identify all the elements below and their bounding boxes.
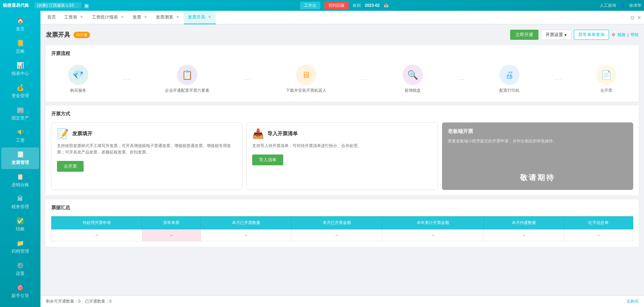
home-icon: 🏠 xyxy=(17,17,24,25)
sidebar-item-guide[interactable]: 🎯 新手引导 xyxy=(1,281,39,302)
sidebar-label-funds: 资金管理 xyxy=(11,93,29,99)
sidebar-item-member[interactable]: 👑 畅会员 xyxy=(1,303,39,307)
exception-query-button[interactable]: 异常单单查询 xyxy=(574,30,609,40)
workbench-button[interactable]: 工作台 xyxy=(300,2,320,9)
enterprise-open-icon: 📋 xyxy=(177,65,197,85)
boss-header-inner: 老板端开票 xyxy=(448,128,627,135)
sidebar-label-purchase: 进销台账 xyxy=(11,182,29,188)
config-printer-label: 配置打印机 xyxy=(499,88,520,93)
step-buy-service[interactable]: 💎 购买服务 xyxy=(68,65,88,93)
period-label: 账期 xyxy=(353,3,361,8)
process-section-title: 开票流程 xyxy=(51,51,633,57)
user-name[interactable]: 徐泽华 xyxy=(629,3,641,8)
settle-icon: ✅ xyxy=(17,217,24,225)
opened-label: 已开通数量：0 xyxy=(85,299,112,304)
method-import-title: 导入开票清单 xyxy=(267,131,298,137)
tab-salary-table[interactable]: 工资表 ✕ xyxy=(60,11,88,24)
sidebar-item-settings[interactable]: ⚙️ 设置 xyxy=(1,258,39,280)
sidebar-item-ledger[interactable]: 📒 总账 xyxy=(1,36,39,58)
app-logo: 畅捷通易代账 xyxy=(3,2,29,8)
summary-data-row: -- -- -- -- -- -- -- xyxy=(52,229,633,241)
col-pending: 待处理开票申请 xyxy=(52,217,142,229)
period-value: 2023-02 xyxy=(365,3,380,8)
goto-buy-link[interactable]: 去购买 xyxy=(626,299,639,304)
tab-bar: 首页 工资表 ✕ 工资统计报表 ✕ 发票 ✕ 发票测算 ✕ 发票开具 ✕ xyxy=(40,11,644,24)
customer-service-link[interactable]: 人工咨询 xyxy=(600,3,616,8)
sidebar-item-settle[interactable]: ✅ 结账 xyxy=(1,214,39,235)
sidebar-item-tax[interactable]: 🏛 税务管理 xyxy=(1,192,39,213)
user-avatar: 👤 xyxy=(620,3,625,8)
sidebar-item-salary[interactable]: 💵 工资 xyxy=(1,125,39,147)
sidebar-item-home[interactable]: 🏠 首页 xyxy=(1,14,39,35)
settings-icon: ⚙️ xyxy=(17,262,24,269)
col-exception: 异常单票 xyxy=(142,217,201,229)
tab-invoice-list[interactable]: 发票 ✕ xyxy=(128,11,152,24)
tax-icon: 🏛 xyxy=(17,195,23,202)
make-invoice-icon: 📄 xyxy=(596,65,616,85)
page-header-right: 立即开通 开票设置 ▾ 异常单单查询 ⚙ 视频 | 帮助 xyxy=(510,30,639,40)
boss-card-header: 老板端开票 查看老板端小程序提交的开票申请，并作出相应的审批操作。 xyxy=(448,128,627,144)
summary-header-row: 待处理开票申请 异常单票 本月已开票数量 本月已开票金额 本年累计开票金额 本月… xyxy=(52,217,633,229)
val-month-amount: -- xyxy=(291,229,382,241)
step-download-robot[interactable]: 🖥 下载并安装开票机器人 xyxy=(286,65,326,93)
pending-badge: 待开通 xyxy=(74,32,90,38)
method-section-title: 开票方式 xyxy=(51,111,633,117)
sidebar-item-assets[interactable]: 🏢 固定资产 xyxy=(1,103,39,124)
content-area: 首页 工资表 ✕ 工资统计报表 ✕ 发票 ✕ 发票测算 ✕ 发票开具 ✕ xyxy=(40,11,644,307)
step-enterprise-open[interactable]: 📋 企业开通配置开票六要素 xyxy=(165,65,209,93)
sidebar-label-tax: 税务管理 xyxy=(11,204,29,210)
add-taxbox-label: 新增税盘 xyxy=(405,88,421,93)
sidebar-label-settings: 设置 xyxy=(16,271,25,277)
col-void-count: 本月作废数量 xyxy=(484,217,564,229)
val-void-count: -- xyxy=(484,229,564,241)
tab-invoice-list-close[interactable]: ✕ xyxy=(143,15,148,20)
tab-invoice-tool-close[interactable]: ✕ xyxy=(207,15,212,20)
help-label[interactable]: 帮助 xyxy=(631,32,639,38)
invoice-icon: 🧾 xyxy=(17,151,24,158)
process-steps: 💎 购买服务 ⋯ 📋 企业开通配置开票六要素 ⋯ 🖥 xyxy=(51,62,633,96)
restore-window-icon[interactable]: ⊡ xyxy=(631,15,635,20)
sidebar-item-funds[interactable]: 💰 资金管理 xyxy=(1,81,39,102)
step-make-invoice[interactable]: 📄 去开票 xyxy=(596,65,616,93)
settings-help-icon: ⚙ xyxy=(612,32,615,37)
tab-invoice-calc[interactable]: 发票测算 ✕ xyxy=(152,11,184,24)
bottom-bar: 剩余可开通数量：0 已开通数量：0 去购买 xyxy=(40,296,644,307)
open-settings-button[interactable]: 开票设置 ▾ xyxy=(541,30,571,40)
video-help-label[interactable]: 视频 xyxy=(617,32,625,38)
method-manual-button[interactable]: 去开票 xyxy=(57,161,84,172)
tab-invoice-calc-close[interactable]: ✕ xyxy=(175,15,180,20)
sidebar-item-purchase[interactable]: 📋 进销台账 xyxy=(1,170,39,191)
tab-salary-table-close[interactable]: ✕ xyxy=(79,15,84,20)
help-area: ⚙ 视频 | 帮助 xyxy=(612,32,639,38)
arrow-1: ⋯ xyxy=(123,75,130,83)
download-robot-icon: 🖥 xyxy=(296,65,316,85)
close-window-icon[interactable]: ✕ xyxy=(637,15,641,20)
immediate-open-button[interactable]: 立即开通 xyxy=(510,30,538,40)
method-card-manual: 📝 发票填开 支持按照发票样式手工填写开发票；可开具增值税电子普通发票、增值税普… xyxy=(51,122,242,190)
make-invoice-label: 去开票 xyxy=(600,88,612,93)
tab-salary-report[interactable]: 工资统计报表 ✕ xyxy=(88,11,128,24)
enterprise-open-label: 企业开通配置开票六要素 xyxy=(165,88,209,93)
company-select[interactable]: (勿删) 江西服装-LSS xyxy=(34,2,81,8)
invoice-methods: 📝 发票填开 支持按照发票样式手工填写开发票；可开具增值税电子普通发票、增值税普… xyxy=(51,122,633,190)
tab-salary-report-close[interactable]: ✕ xyxy=(120,15,124,20)
method-manual-title: 发票填开 xyxy=(72,131,92,137)
sidebar-label-guide: 新手引导 xyxy=(11,293,29,299)
page-header-left: 发票开具 待开通 xyxy=(46,31,90,39)
boss-card-desc: 查看老板端小程序提交的开票申请，并作出相应的审批操作。 xyxy=(448,138,627,144)
sidebar-item-archive[interactable]: 📁 归档管理 xyxy=(1,236,39,258)
sidebar-label-home: 首页 xyxy=(16,26,25,32)
sidebar-label-salary: 工资 xyxy=(16,137,25,143)
method-import-header: 📥 导入开票清单 xyxy=(252,128,432,139)
sidebar-item-reports[interactable]: 📊 报表中心 xyxy=(1,58,39,80)
old-version-button[interactable]: 切到旧版 xyxy=(324,2,349,9)
tab-home[interactable]: 首页 xyxy=(43,11,60,24)
method-import-button[interactable]: 导入清单 xyxy=(252,155,283,165)
step-add-taxbox[interactable]: 🔍 新增税盘 xyxy=(403,65,423,93)
tab-invoice-tool-label: 发票开具 xyxy=(188,14,205,20)
add-taxbox-icon: 🔍 xyxy=(403,65,423,85)
calendar-icon[interactable]: 📅 xyxy=(384,3,389,8)
step-config-printer[interactable]: 🖨 配置打印机 xyxy=(499,65,520,93)
tab-invoice-tool[interactable]: 发票开具 ✕ xyxy=(184,11,216,24)
sidebar-item-invoice[interactable]: 🧾 发票管理 xyxy=(1,147,39,169)
